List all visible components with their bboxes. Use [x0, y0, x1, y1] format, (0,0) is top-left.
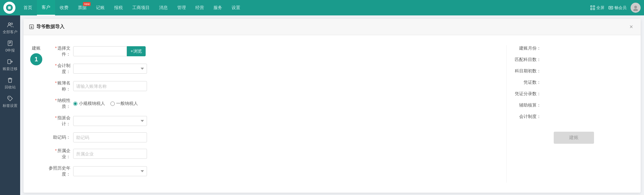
subjects-initial-row: 科目期初数：	[513, 68, 634, 74]
svg-rect-3	[591, 8, 592, 10]
browse-button[interactable]: +浏览	[127, 46, 146, 56]
memo-row: 助记码：	[46, 132, 506, 142]
nav-settings[interactable]: 设置	[227, 0, 245, 15]
new-badge: new	[83, 2, 91, 6]
nav-services[interactable]: 服务	[209, 0, 227, 15]
company-row: 所属企业：	[46, 148, 506, 160]
ledger-name-input[interactable]	[73, 81, 147, 91]
step-indicator: 建账 1	[30, 45, 42, 65]
main-content: 导爷数据导入 × 建账 1 选择文件：	[20, 15, 644, 195]
close-button[interactable]: ×	[627, 23, 635, 31]
sidebar-item-ledger-migration[interactable]: 账套迁移	[0, 56, 20, 74]
company-input[interactable]	[73, 149, 147, 159]
tax-type-general-radio[interactable]	[110, 102, 115, 106]
svg-point-6	[634, 6, 637, 8]
nav-menu: 首页 客户 收费 票据 new 记账 报税 工商项目 消息 管理 经营 服务 设…	[19, 0, 590, 15]
nav-messages[interactable]: 消息	[154, 0, 172, 15]
tax-type-radio-group: 小规模纳税人 一般纳税人	[73, 101, 138, 107]
memo-label: 助记码：	[46, 134, 73, 140]
sidebar-item-label: 回收站	[5, 85, 16, 90]
top-navigation: 首页 客户 收费 票据 new 记账 报税 工商项目 消息 管理 经营 服务 设…	[0, 0, 644, 15]
file-input-group: +浏览	[73, 46, 146, 56]
tax-type-general-label: 一般纳税人	[116, 101, 138, 107]
vip-btn[interactable]: 畅会员	[608, 5, 627, 11]
build-btn-row: 建账	[513, 128, 634, 144]
import-icon	[29, 24, 34, 29]
svg-rect-1	[591, 6, 592, 7]
build-month-label: 建账月份：	[513, 45, 544, 51]
sidebar-item-tag-settings[interactable]: 标签设置	[0, 92, 20, 111]
nav-right-controls: 全屏 畅会员	[590, 3, 641, 13]
dialog-header: 导爷数据导入 ×	[23, 19, 641, 35]
company-label: 所属企业：	[46, 148, 73, 160]
sidebar-item-zero-declaration[interactable]: 0申报	[0, 37, 20, 56]
assign-accountant-select[interactable]	[73, 116, 147, 126]
tax-type-small-radio[interactable]	[73, 102, 78, 106]
dialog-body: 建账 1 选择文件： +浏览	[23, 35, 641, 193]
nav-home[interactable]: 首页	[19, 0, 37, 15]
fullscreen-btn[interactable]: 全屏	[590, 5, 604, 11]
match-subjects-label: 匹配科目数：	[513, 57, 544, 63]
voucher-entries-label: 凭证分录数：	[513, 91, 544, 97]
sidebar-item-label: 账套迁移	[3, 66, 17, 71]
sidebar-item-all-customers[interactable]: 全部客户	[0, 19, 20, 37]
svg-point-11	[10, 42, 11, 43]
accounting-system-label: 会计制度：	[46, 63, 73, 75]
nav-billing[interactable]: 收费	[55, 0, 73, 15]
aux-accounting-row: 辅助核算：	[513, 102, 634, 108]
nav-tax[interactable]: 报税	[109, 0, 128, 15]
accounting-system-row: 会计制度：	[46, 63, 506, 75]
nav-management[interactable]: 管理	[172, 0, 191, 15]
info-accounting-system-label: 会计制度：	[513, 114, 544, 120]
voucher-entries-row: 凭证分录数：	[513, 91, 634, 97]
svg-rect-12	[8, 60, 11, 64]
vouchers-label: 凭证数：	[513, 79, 544, 85]
step-label: 建账	[32, 45, 41, 51]
avatar[interactable]	[631, 3, 641, 13]
ledger-name-label: 账簿名称：	[46, 80, 73, 92]
tax-type-general[interactable]: 一般纳税人	[110, 101, 138, 107]
sidebar-item-label: 标签设置	[3, 103, 17, 108]
svg-point-9	[11, 23, 13, 25]
vip-label: 畅会员	[614, 5, 627, 11]
sidebar: 全部客户 0申报 账套迁移 回收站 标签设置	[0, 15, 20, 195]
accounting-system-select[interactable]	[73, 64, 147, 74]
sidebar-item-label: 0申报	[5, 48, 15, 53]
left-section: 建账 1 选择文件： +浏览	[30, 45, 506, 183]
svg-point-13	[9, 97, 10, 99]
dialog-title: 导爷数据导入	[29, 24, 64, 30]
sidebar-item-label: 全部客户	[3, 29, 17, 35]
build-month-row: 建账月份：	[513, 45, 634, 51]
nav-customers[interactable]: 客户	[37, 0, 55, 15]
nav-business-projects[interactable]: 工商项目	[128, 0, 154, 15]
file-input[interactable]	[73, 46, 127, 56]
reference-year-select[interactable]	[73, 166, 147, 176]
svg-rect-2	[593, 6, 595, 7]
svg-point-8	[8, 23, 10, 25]
dialog-panel: 导爷数据导入 × 建账 1 选择文件：	[23, 19, 641, 193]
main-layout: 全部客户 0申报 账套迁移 回收站 标签设置	[0, 15, 644, 195]
reference-year-row: 参照历史年度：	[46, 165, 506, 177]
ledger-name-row: 账簿名称：	[46, 80, 506, 92]
logo	[3, 2, 15, 14]
sidebar-item-recycle-bin[interactable]: 回收站	[0, 74, 20, 92]
tax-type-label: 纳税性质：	[46, 97, 73, 110]
info-section: 建账月份： 匹配科目数： 科目期初数： 凭证数：	[506, 45, 634, 183]
aux-accounting-label: 辅助核算：	[513, 102, 544, 108]
build-button[interactable]: 建账	[554, 132, 594, 144]
info-accounting-system-row: 会计制度：	[513, 114, 634, 120]
nav-bookkeeping[interactable]: 记账	[91, 0, 109, 15]
match-subjects-row: 匹配科目数：	[513, 57, 634, 63]
memo-input[interactable]	[73, 132, 147, 142]
tax-type-small-label: 小规模纳税人	[79, 101, 105, 107]
tax-type-small[interactable]: 小规模纳税人	[73, 101, 105, 107]
reference-year-label: 参照历史年度：	[46, 165, 73, 177]
form-rows: 选择文件： +浏览 会计制度：	[46, 45, 506, 183]
nav-operations[interactable]: 经营	[191, 0, 209, 15]
nav-invoices[interactable]: 票据 new	[73, 0, 91, 15]
file-row: 选择文件： +浏览	[46, 45, 506, 57]
fullscreen-label: 全屏	[596, 5, 604, 11]
vouchers-row: 凭证数：	[513, 79, 634, 85]
step-badge: 1	[30, 53, 42, 65]
file-label: 选择文件：	[46, 45, 73, 57]
